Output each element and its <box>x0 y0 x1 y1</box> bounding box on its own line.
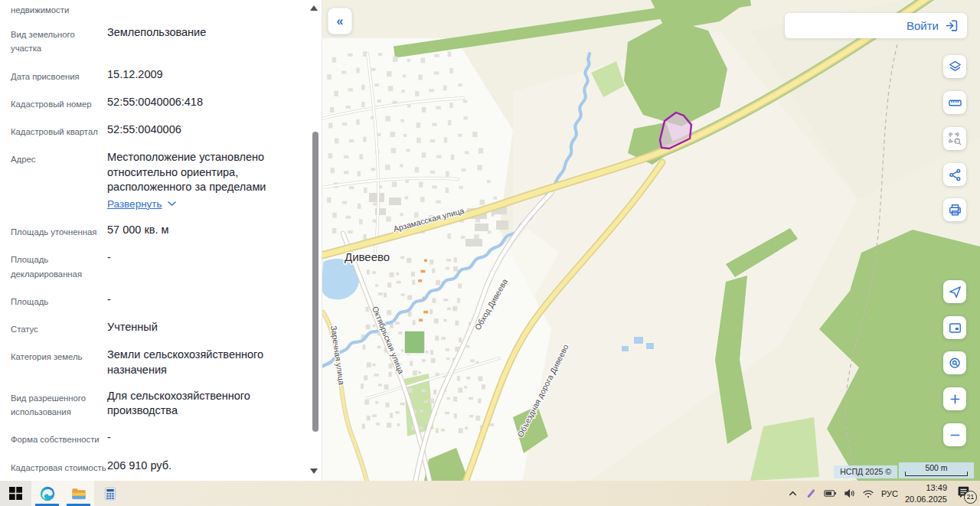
clock-time: 13:49 <box>905 482 947 493</box>
print-button[interactable] <box>943 198 966 221</box>
field-value: - <box>107 430 322 446</box>
tray-battery-icon[interactable] <box>824 488 837 498</box>
scrollbar-up-arrow[interactable] <box>310 5 318 11</box>
panel-row: Кадастровый номер52:55:0040006:418 <box>11 95 322 111</box>
clock[interactable]: 13:49 20.06.2025 <box>905 482 947 504</box>
area-select-icon <box>948 132 962 146</box>
field-value: - <box>107 250 322 281</box>
map-canvas[interactable]: Дивеево Арзамасская улица Обход Дивеева … <box>322 0 980 481</box>
panel-row: Площадь уточненная57 000 кв. м <box>11 223 322 239</box>
layers-button[interactable] <box>943 55 966 78</box>
calculator-icon <box>103 486 118 501</box>
field-value: 52:55:0040006 <box>107 122 322 139</box>
field-label: Площадь уточненная <box>11 223 107 239</box>
app-root: недвижимости Вид земельного участкаЗемле… <box>0 0 980 506</box>
field-label: Кадастровая стоимость <box>11 459 107 475</box>
field-label: Вид разрешенного использования <box>11 389 107 419</box>
panel-row: Категория земельЗемли сельскохозяйственн… <box>11 348 322 377</box>
scrollbar-down-arrow[interactable] <box>310 468 318 474</box>
field-value: Учтенный <box>107 320 322 336</box>
zoom-in-button[interactable] <box>943 387 966 410</box>
folder-icon <box>70 485 87 502</box>
panel-row: Дата присвоения15.12.2009 <box>11 67 322 83</box>
field-value: Местоположение установлено относительно … <box>107 150 322 211</box>
field-value: 52:55:0040006:418 <box>107 95 322 111</box>
field-value: - <box>107 292 322 308</box>
clock-date: 20.06.2025 <box>905 494 947 504</box>
field-value: 57 000 кв. м <box>107 223 322 239</box>
panel-row: Форма собственности- <box>11 430 322 446</box>
taskbar: РУС 13:49 20.06.2025 21 <box>0 481 980 506</box>
tray-chevron-up-icon[interactable] <box>788 488 798 498</box>
minimap-icon <box>948 321 962 335</box>
panel-row: СтатусУчтенный <box>11 320 322 336</box>
sports-field <box>404 331 425 354</box>
panel-row: Площадь- <box>11 292 322 308</box>
zoom-out-button[interactable] <box>943 423 966 446</box>
field-label: Вид земельного участка <box>11 25 107 56</box>
town-label: Дивеево <box>345 250 390 263</box>
minimap-button[interactable] <box>943 316 966 339</box>
panel-row: Вид земельного участкаЗемлепользование <box>11 25 322 56</box>
parcel-info-panel: недвижимости Вид земельного участкаЗемле… <box>0 0 322 481</box>
field-value: 206 910 руб. <box>107 459 322 475</box>
calculator-button[interactable] <box>94 481 126 506</box>
panel-row: Кадастровый квартал52:55:0040006 <box>11 122 322 139</box>
start-button[interactable] <box>0 481 31 506</box>
field-value: 15.12.2009 <box>107 67 322 83</box>
collapse-glyph: « <box>337 15 344 28</box>
field-value: Земли сельскохозяйственного назначения <box>107 348 322 377</box>
plus-icon <box>948 392 962 406</box>
notification-badge: 21 <box>964 491 977 504</box>
locate-button[interactable] <box>943 280 966 303</box>
field-value: Для сельскохозяйственного производства <box>107 389 322 419</box>
area-select-button[interactable] <box>943 127 966 150</box>
scrollbar-thumb[interactable] <box>312 132 318 432</box>
panel-row: Площадь декларированная- <box>11 250 322 281</box>
attribution-text: НСПД 2025 © <box>834 465 897 478</box>
minus-icon <box>948 428 962 442</box>
locate-icon <box>948 285 962 299</box>
panel-row: Вид разрешенного использованияДля сельск… <box>11 389 322 419</box>
panel-rows: Вид земельного участкаЗемлепользованиеДа… <box>11 25 322 475</box>
field-label: Площадь <box>11 292 107 308</box>
tray-wifi-icon[interactable] <box>862 489 874 498</box>
field-value: Землепользование <box>107 25 322 56</box>
expand-address-link[interactable]: Развернуть <box>107 198 176 211</box>
field-label: Форма собственности <box>11 430 107 446</box>
search-area-button[interactable] <box>943 351 966 374</box>
panel-row: АдресМестоположение установлено относите… <box>11 150 322 211</box>
field-label: Дата присвоения <box>11 67 107 83</box>
layers-icon <box>948 60 962 74</box>
map-attribution: НСПД 2025 © 500 m <box>834 462 974 478</box>
notifications-button[interactable]: 21 <box>956 485 975 503</box>
search-area-icon <box>948 356 962 371</box>
ruler-icon <box>948 96 962 110</box>
collapse-panel-button[interactable]: « <box>328 8 352 34</box>
share-icon <box>948 168 962 182</box>
system-tray: РУС 13:49 20.06.2025 21 <box>788 481 980 506</box>
measure-button[interactable] <box>943 91 966 114</box>
edge-browser-button[interactable] <box>31 481 63 506</box>
tray-pen-icon[interactable] <box>805 488 817 500</box>
file-explorer-button[interactable] <box>63 481 94 506</box>
windows-logo-icon <box>9 487 22 500</box>
field-label: Категория земель <box>11 348 107 377</box>
field-label: Площадь декларированная <box>11 250 107 281</box>
field-label: Статус <box>11 320 107 336</box>
field-label: Адрес <box>11 150 107 211</box>
field-label: Кадастровый квартал <box>11 122 107 139</box>
scale-bar: 500 m <box>899 462 974 478</box>
field-label: Кадастровый номер <box>11 95 107 111</box>
tray-speaker-icon[interactable] <box>844 488 855 498</box>
login-button[interactable]: Войти <box>785 13 967 38</box>
chevron-down-icon <box>168 201 176 207</box>
clipped-top-label: недвижимости <box>11 5 322 15</box>
share-button[interactable] <box>943 163 966 186</box>
login-label: Войти <box>906 19 939 32</box>
edge-icon <box>39 485 56 502</box>
print-icon <box>948 203 962 217</box>
panel-row: Кадастровая стоимость206 910 руб. <box>11 459 322 475</box>
login-icon <box>945 18 959 33</box>
language-indicator[interactable]: РУС <box>881 489 898 498</box>
